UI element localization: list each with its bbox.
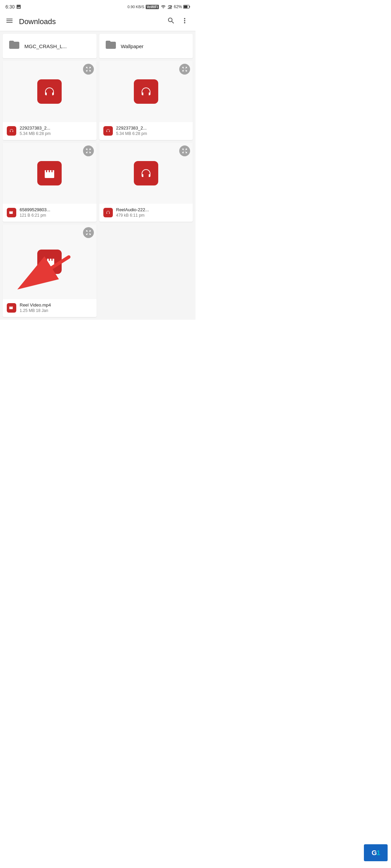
file-grid: MGC_CRASH_L... Wallpaper [0, 31, 196, 320]
folder-icon [105, 39, 117, 54]
video-file-icon [37, 161, 62, 185]
wifi-icon [160, 4, 166, 9]
folder-name: MGC_CRASH_L... [24, 43, 67, 49]
file-metadata: 65899529803... 121 B 6:21 pm [20, 207, 92, 218]
expand-button[interactable] [83, 227, 94, 238]
file-type-small-icon [7, 126, 16, 136]
file-metadata: ReelAudio-222... 479 kB 6:11 pm [116, 207, 189, 218]
svg-rect-1 [169, 7, 169, 9]
svg-rect-31 [10, 306, 10, 307]
signal-icon [168, 4, 172, 9]
file-preview [3, 224, 97, 299]
vowifi-badge: VoWiFi [146, 5, 159, 9]
svg-rect-14 [52, 170, 53, 172]
battery-text: 62% [174, 4, 182, 9]
svg-rect-0 [168, 8, 169, 9]
svg-rect-26 [52, 259, 53, 261]
file-metadata: 229237383_2... 5.34 MB 6:28 pm [20, 125, 92, 136]
folder-item-mgc[interactable]: MGC_CRASH_L... [3, 34, 97, 58]
file-item-video-1[interactable]: 65899529803... 121 B 6:21 pm [3, 143, 97, 222]
file-metadata: 229237383_2... 5.34 MB 6:28 pm [116, 125, 189, 136]
file-type-small-icon [103, 126, 113, 136]
svg-rect-19 [12, 211, 12, 212]
svg-rect-33 [12, 306, 12, 307]
file-preview [3, 143, 97, 204]
status-time: 6:30 [5, 4, 21, 9]
file-preview [99, 143, 193, 204]
file-item-audio-3[interactable]: ReelAudio-222... 479 kB 6:11 pm [99, 143, 193, 222]
svg-rect-6 [189, 6, 190, 8]
expand-button[interactable] [179, 64, 190, 75]
audio-file-icon [134, 161, 158, 185]
file-item-video-2-wrapper: Reel Video.mp4 1.25 MB 18 Jan [3, 224, 97, 317]
svg-rect-10 [45, 172, 54, 178]
network-speed: 0.90 KB/S [127, 5, 144, 9]
file-name: 229237383_2... [116, 125, 189, 131]
audio-file-icon [37, 79, 62, 104]
svg-rect-15 [9, 212, 13, 214]
file-info: 229237383_2... 5.34 MB 6:28 pm [99, 122, 193, 140]
file-item-audio-1[interactable]: 229237383_2... 5.34 MB 6:28 pm [3, 61, 97, 140]
file-type-small-icon [7, 303, 16, 313]
svg-rect-32 [11, 306, 11, 307]
file-info: 229237383_2... 5.34 MB 6:28 pm [3, 122, 97, 140]
expand-button[interactable] [83, 64, 94, 75]
svg-rect-13 [49, 170, 50, 172]
file-name: 65899529803... [20, 207, 92, 212]
file-type-small-icon [7, 208, 16, 217]
app-bar-actions [166, 15, 190, 28]
audio-file-icon [134, 79, 158, 104]
file-name: Reel Video.mp4 [20, 302, 92, 308]
file-item-audio-2[interactable]: 229237383_2... 5.34 MB 6:28 pm [99, 61, 193, 140]
svg-rect-12 [46, 170, 47, 172]
more-options-button[interactable] [179, 15, 190, 28]
svg-rect-17 [10, 211, 10, 212]
folder-name: Wallpaper [121, 43, 144, 49]
svg-rect-3 [171, 6, 171, 9]
file-name: 229237383_2... [20, 125, 92, 131]
file-name: ReelAudio-222... [116, 207, 189, 212]
file-info: ReelAudio-222... 479 kB 6:11 pm [99, 204, 193, 222]
file-info: 65899529803... 121 B 6:21 pm [3, 204, 97, 222]
page-title: Downloads [19, 17, 166, 26]
search-button[interactable] [166, 15, 177, 28]
photo-notification-icon [16, 4, 21, 9]
file-item-video-2[interactable]: Reel Video.mp4 1.25 MB 18 Jan [3, 224, 97, 317]
svg-rect-24 [46, 259, 47, 261]
file-details: 479 kB 6:11 pm [116, 213, 189, 218]
folder-item-wallpaper[interactable]: Wallpaper [99, 34, 193, 58]
file-details: 1.25 MB 18 Jan [20, 308, 92, 313]
svg-rect-22 [45, 260, 54, 267]
svg-rect-2 [170, 6, 170, 9]
battery-icon [183, 4, 190, 9]
svg-rect-7 [42, 84, 57, 99]
file-preview [3, 61, 97, 122]
file-preview [99, 61, 193, 122]
expand-button[interactable] [179, 145, 190, 156]
time-text: 6:30 [5, 4, 15, 9]
app-bar: Downloads [0, 12, 196, 31]
file-details: 5.34 MB 6:28 pm [20, 131, 92, 136]
svg-rect-8 [139, 84, 153, 99]
svg-rect-29 [9, 307, 13, 309]
svg-rect-20 [139, 166, 153, 181]
folder-icon [8, 39, 20, 54]
svg-rect-25 [49, 259, 50, 261]
file-details: 121 B 6:21 pm [20, 213, 92, 218]
file-metadata: Reel Video.mp4 1.25 MB 18 Jan [20, 302, 92, 313]
svg-rect-18 [11, 211, 11, 212]
status-bar: 6:30 0.90 KB/S VoWiFi 62% [0, 0, 196, 12]
file-details: 5.34 MB 6:28 pm [116, 131, 189, 136]
expand-button[interactable] [83, 145, 94, 156]
hamburger-button[interactable] [5, 17, 14, 27]
file-type-small-icon [103, 208, 113, 217]
file-info: Reel Video.mp4 1.25 MB 18 Jan [3, 299, 97, 317]
status-icons: 0.90 KB/S VoWiFi 62% [127, 4, 190, 9]
svg-rect-5 [184, 5, 188, 8]
video-file-icon [37, 250, 62, 274]
